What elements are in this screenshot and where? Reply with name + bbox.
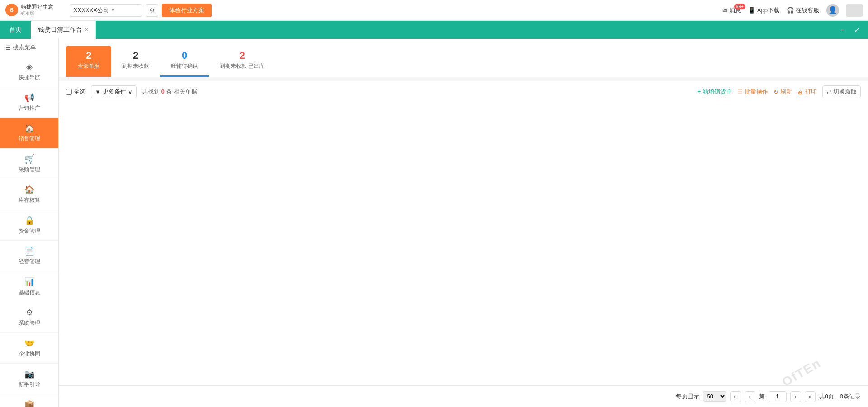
sidebar-item-base-info[interactable]: 📊 基础信息	[0, 271, 58, 302]
sidebar-item-operations[interactable]: 📄 经营管理	[0, 241, 58, 271]
refresh-label: 刷新	[780, 88, 792, 96]
maximize-button[interactable]: ⤢	[852, 24, 863, 35]
app-download-button[interactable]: 📱 App下载	[748, 6, 779, 14]
sidebar-item-label: 销售管理	[19, 135, 40, 143]
stats-tab-wangwang-number: 0	[182, 50, 187, 61]
sidebar-item-label: 资金管理	[19, 227, 40, 235]
sidebar-item-label: 系统管理	[19, 319, 40, 327]
header: 6 畅捷通好生意 标准版 XXXXXX公司 ▼ ⚙ 体验行业方案 ✉ 消息 99…	[0, 0, 868, 21]
batch-icon: ☰	[737, 89, 743, 95]
sidebar-item-label: 营销推广	[19, 104, 40, 112]
online-service-button[interactable]: 🎧 在线客服	[787, 6, 819, 14]
search-menu-button[interactable]: ☰ 搜索菜单	[0, 39, 58, 56]
sidebar-item-purchase[interactable]: 🛒 采购管理	[0, 149, 58, 179]
stats-tab-overdue-number: 2	[133, 50, 138, 61]
stats-tab-all[interactable]: 2 全部单据	[66, 46, 111, 77]
filter-button[interactable]: ▼ 更多条件 ∨	[91, 85, 137, 98]
print-icon: 🖨	[797, 89, 803, 95]
first-page-button[interactable]: «	[730, 391, 741, 402]
sidebar-item-label: 采购管理	[19, 166, 40, 173]
sidebar-item-guide[interactable]: 📷 新手引导	[0, 364, 58, 394]
main-layout: ☰ 搜索菜单 ◈ 快捷导航 📢 营销推广 🏠 销售管理 🛒 采购管理 🏠 库存核…	[0, 39, 868, 407]
app-center-icon: 📦	[24, 400, 34, 407]
stats-tab-wangwang-label: 旺辅待确认	[171, 62, 198, 70]
sidebar-item-quick-nav[interactable]: ◈ 快捷导航	[0, 56, 58, 87]
logo-area: 6 畅捷通好生意 标准版	[5, 4, 64, 16]
tabbar-actions: − ⤢	[837, 24, 868, 35]
sidebar-item-label: 企业协同	[19, 350, 40, 358]
stats-tab-overdue-out-label: 到期未收款 已出库	[220, 62, 264, 70]
enterprise-icon: 🤝	[24, 338, 34, 348]
switch-label: 切换新版	[833, 88, 857, 96]
home-tab[interactable]: 首页	[0, 21, 31, 39]
message-button[interactable]: ✉ 消息 99+	[722, 6, 741, 14]
batch-operation-button[interactable]: ☰ 批量操作	[737, 88, 768, 96]
guide-icon: 📷	[24, 369, 34, 379]
stats-tab-all-label: 全部单据	[78, 62, 99, 70]
close-tab-icon[interactable]: ×	[85, 27, 88, 33]
filter-label: 更多条件	[103, 88, 126, 96]
select-all-checkbox[interactable]: 全选	[66, 88, 85, 96]
sidebar-item-system[interactable]: ⚙ 系统管理	[0, 302, 58, 333]
stats-tab-overdue-out[interactable]: 2 到期未收款 已出库	[209, 46, 275, 77]
stats-tab-all-number: 2	[86, 50, 91, 61]
page-size-select[interactable]: 50 20 100	[703, 391, 726, 402]
add-sales-order-button[interactable]: + 新增销货单	[698, 88, 732, 96]
total-label: 共0页，0条记录	[819, 393, 861, 401]
refresh-icon: ↻	[774, 89, 778, 95]
print-button[interactable]: 🖨 打印	[797, 88, 817, 96]
service-label: 在线客服	[796, 6, 819, 14]
filter-icon: ▼	[95, 89, 101, 95]
sidebar: ☰ 搜索菜单 ◈ 快捷导航 📢 营销推广 🏠 销售管理 🛒 采购管理 🏠 库存核…	[0, 39, 59, 407]
tabbar: 首页 钱货日清工作台 × − ⤢	[0, 21, 868, 39]
active-tab[interactable]: 钱货日清工作台 ×	[31, 21, 96, 39]
search-menu-label: 搜索菜单	[13, 43, 36, 51]
base-info-icon: 📊	[24, 277, 34, 287]
next-page-button[interactable]: ›	[790, 391, 801, 402]
result-text: 共找到 0 条 相关单据	[142, 88, 197, 96]
sidebar-item-marketing[interactable]: 📢 营销推广	[0, 87, 58, 118]
switch-version-button[interactable]: ⇄ 切换新版	[822, 85, 861, 98]
avatar-extra	[846, 4, 863, 17]
sidebar-item-finance[interactable]: 🔒 资金管理	[0, 210, 58, 241]
sidebar-item-label: 新手引导	[19, 381, 40, 388]
company-selector[interactable]: XXXXXX公司 ▼	[70, 4, 142, 17]
content-area: 2 全部单据 2 到期未收款 0 旺辅待确认 2 到期未收款 已出库 全选	[59, 39, 868, 407]
logo-label: 畅捷通好生意	[21, 4, 53, 10]
result-suffix: 相关单据	[174, 88, 197, 95]
search-icon: ☰	[5, 44, 11, 51]
refresh-button[interactable]: ↻ 刷新	[774, 88, 792, 96]
sidebar-item-app-center[interactable]: 📦 应用中心	[0, 394, 58, 407]
sidebar-item-enterprise[interactable]: 🤝 企业协同	[0, 333, 58, 364]
result-unit: 条	[166, 88, 172, 95]
toolbar-left: 全选 ▼ 更多条件 ∨ 共找到 0 条 相关单据	[66, 85, 692, 98]
operations-icon: 📄	[24, 246, 34, 256]
settings-button[interactable]: ⚙	[146, 4, 158, 17]
page-label: 第	[759, 393, 765, 401]
switch-icon: ⇄	[826, 89, 831, 95]
page-size-label: 每页显示	[676, 393, 699, 401]
header-right: ✉ 消息 99+ 📱 App下载 🎧 在线客服 👤	[722, 4, 863, 17]
stats-tab-wangwang[interactable]: 0 旺辅待确认	[160, 46, 209, 77]
page-input[interactable]	[769, 391, 787, 402]
message-badge: 99+	[734, 4, 745, 9]
stats-tab-overdue-label: 到期未收款	[122, 62, 149, 70]
sidebar-item-label: 基础信息	[19, 289, 40, 296]
sidebar-item-label: 快捷导航	[19, 74, 40, 81]
message-icon: ✉	[722, 7, 727, 14]
stats-tab-overdue[interactable]: 2 到期未收款	[111, 46, 160, 77]
sales-icon: 🏠	[24, 123, 34, 133]
sidebar-item-inventory[interactable]: 🏠 库存核算	[0, 179, 58, 210]
avatar[interactable]: 👤	[826, 4, 839, 17]
last-page-button[interactable]: »	[805, 391, 816, 402]
select-all-input[interactable]	[66, 89, 72, 95]
finance-icon: 🔒	[24, 215, 34, 225]
industry-button[interactable]: 体验行业方案	[162, 4, 212, 17]
inventory-icon: 🏠	[24, 185, 34, 195]
header-middle: XXXXXX公司 ▼ ⚙ 体验行业方案	[70, 4, 722, 17]
toolbar-right: + 新增销货单 ☰ 批量操作 ↻ 刷新 🖨 打印 ⇄ 切换新版	[698, 85, 861, 98]
prev-page-button[interactable]: ‹	[745, 391, 755, 402]
company-name: XXXXXX公司	[74, 6, 109, 14]
sidebar-item-sales[interactable]: 🏠 销售管理	[0, 118, 58, 149]
minimize-button[interactable]: −	[837, 24, 848, 35]
